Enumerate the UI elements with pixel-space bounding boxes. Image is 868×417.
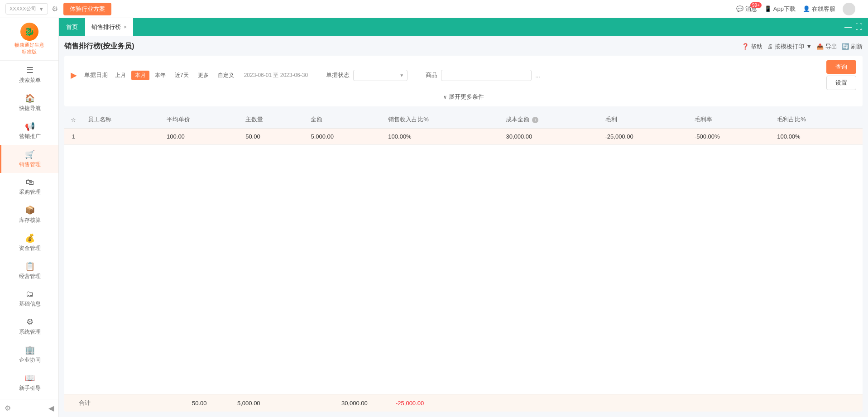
- company-select[interactable]: XXXXX公司 ▼: [5, 3, 48, 14]
- status-select[interactable]: [353, 70, 408, 81]
- date-range: 2023-06-01 至 2023-06-30: [244, 72, 308, 79]
- sidebar-item-label: 库存核算: [19, 216, 41, 224]
- cell-qty: 50.00: [240, 129, 305, 145]
- col-cost: 成本全额 i: [500, 111, 599, 129]
- cell-cost: 30,000.00: [500, 129, 599, 145]
- sidebar-item-label: 销售管理: [19, 161, 41, 168]
- sidebar-item-finance[interactable]: 💰 资金管理: [0, 229, 58, 257]
- sidebar-item-guide[interactable]: 📖 新手引导: [0, 369, 58, 397]
- sidebar-item-label: 基础信息: [19, 300, 41, 308]
- export-btn[interactable]: 📤 导出: [816, 43, 837, 51]
- help-icon: ❓: [742, 43, 749, 50]
- top-right-area: 💬 消息 99+ 📱 App下载 👤 在线客服: [736, 3, 863, 15]
- col-sales-pct: 销售收入占比%: [383, 111, 500, 129]
- cell-sales-pct: 100.00%: [383, 129, 500, 145]
- tab-home[interactable]: 首页: [59, 18, 85, 36]
- tab-label: 销售排行榜: [91, 23, 121, 31]
- expand-more-btn[interactable]: ∨ 展开更多条件: [71, 90, 856, 102]
- logo-icon: 🐉: [20, 23, 38, 41]
- date-label: 单据日期: [84, 71, 108, 79]
- marketing-icon: 📢: [25, 121, 35, 131]
- sidebar-collapse-btn[interactable]: ◀: [48, 404, 54, 412]
- avatar[interactable]: [843, 3, 855, 15]
- message-badge: 99+: [750, 2, 762, 8]
- sidebar-item-sales[interactable]: 🛒 销售管理: [0, 145, 58, 173]
- goods-dots-btn[interactable]: ...: [535, 72, 540, 79]
- message-icon: 💬: [736, 5, 743, 12]
- sidebar-nav: ☰ 搜索菜单 🏠 快捷导航 📢 营销推广 🛒 销售管理 🛍 采购管理 📦: [0, 61, 58, 399]
- sidebar-item-quick-nav[interactable]: 🏠 快捷导航: [0, 89, 58, 117]
- sidebar-item-label: 采购管理: [19, 188, 41, 196]
- status-select-wrap: [353, 70, 408, 81]
- trial-button[interactable]: 体验行业方案: [63, 3, 111, 15]
- date-custom-btn[interactable]: 自定义: [214, 71, 238, 80]
- tab-close-icon[interactable]: ×: [124, 24, 127, 30]
- sidebar-item-marketing[interactable]: 📢 营销推广: [0, 117, 58, 145]
- date-prev-btn[interactable]: 上月: [111, 71, 129, 80]
- cell-profit: -25,000.00: [600, 129, 689, 145]
- action-buttons: 查询 设置: [826, 60, 856, 90]
- sidebar-item-label: 新手引导: [19, 384, 41, 392]
- cost-info-icon[interactable]: i: [532, 117, 538, 123]
- table-wrap: ☆ 员工名称 平均单价 主数量 全额 销售收入占比% 成本全额 i: [64, 111, 863, 412]
- tab-bar-right: — ⛶: [844, 23, 868, 31]
- settings-button[interactable]: 设置: [826, 76, 856, 90]
- sidebar-item-system[interactable]: ⚙ 系统管理: [0, 312, 58, 340]
- export-icon: 📤: [816, 43, 824, 50]
- status-label: 单据状态: [326, 71, 350, 79]
- sidebar-item-inventory[interactable]: 📦 库存核算: [0, 201, 58, 229]
- date-year-btn[interactable]: 本年: [151, 71, 169, 80]
- col-profit: 毛利: [600, 111, 689, 129]
- refresh-btn[interactable]: 🔄 刷新: [842, 43, 863, 51]
- help-btn[interactable]: ❓ 帮助: [742, 43, 762, 51]
- table-scroll: ☆ 员工名称 平均单价 主数量 全额 销售收入占比% 成本全额 i: [64, 111, 863, 394]
- filter-row-1: ▶ 单据日期 上月 本月 本年 近7天 更多 自定义 2023-0: [71, 60, 856, 90]
- query-button[interactable]: 查询: [826, 60, 856, 74]
- print-icon: 🖨: [767, 43, 773, 50]
- tab-bar: 首页 销售排行榜 × — ⛶: [59, 18, 868, 36]
- search-order-icon: ☰: [26, 65, 34, 75]
- cell-amount: 5,000.00: [305, 129, 383, 145]
- date-current-btn[interactable]: 本月: [131, 71, 149, 80]
- tab-maximize-btn[interactable]: ⛶: [855, 23, 863, 31]
- sidebar-item-search-order[interactable]: ☰ 搜索菜单: [0, 61, 58, 89]
- print-btn[interactable]: 🖨 按模板打印 ▼: [767, 43, 812, 51]
- goods-input[interactable]: [441, 70, 532, 81]
- refresh-icon: 🔄: [842, 43, 849, 50]
- sidebar-item-label: 搜索菜单: [19, 77, 41, 84]
- sidebar-item-operation[interactable]: 📋 经营管理: [0, 257, 58, 285]
- col-amount: 全额: [305, 111, 383, 129]
- message-btn[interactable]: 💬 消息 99+: [736, 5, 757, 13]
- sidebar-item-enterprise[interactable]: 🏢 企业协同: [0, 340, 58, 369]
- footer-cost: 30,000.00: [341, 400, 396, 407]
- settings-icon[interactable]: ⚙: [52, 5, 58, 13]
- online-service-btn[interactable]: 👤 在线客服: [803, 5, 835, 13]
- main-layout: 🐉 畅康通好生意标准版 ☰ 搜索菜单 🏠 快捷导航 📢 营销推广 🛒 销售管理 …: [0, 18, 868, 417]
- guide-icon: 📖: [25, 373, 35, 383]
- col-rank: ☆: [64, 111, 82, 129]
- sidebar-item-purchase[interactable]: 🛍 采购管理: [0, 173, 58, 201]
- system-icon: ⚙: [26, 317, 34, 327]
- filter-area: ▶ 单据日期 上月 本月 本年 近7天 更多 自定义 2023-0: [64, 56, 863, 106]
- arrow-right-icon[interactable]: ▶: [71, 70, 77, 80]
- sidebar-item-basic-info[interactable]: 🗂 基础信息: [0, 285, 58, 312]
- footer-row: 合计 50.00 5,000.00 30,000.00 -25,000.00: [70, 399, 857, 407]
- date-more-btn[interactable]: 更多: [194, 71, 212, 80]
- app-download-btn[interactable]: 📱 App下载: [764, 5, 796, 13]
- sidebar-settings-btn[interactable]: ⚙: [5, 404, 11, 412]
- sidebar-item-label: 系统管理: [19, 328, 41, 336]
- date-7days-btn[interactable]: 近7天: [171, 71, 192, 80]
- footer-profit: -25,000.00: [396, 400, 446, 407]
- footer-qty: 50.00: [192, 400, 237, 407]
- col-qty: 主数量: [240, 111, 305, 129]
- tab-minimize-btn[interactable]: —: [844, 23, 852, 31]
- filter-expand-arrow[interactable]: ▶: [71, 70, 77, 80]
- company-arrow: ▼: [39, 6, 44, 12]
- page-actions: ❓ 帮助 🖨 按模板打印 ▼ 📤 导出 🔄 刷新: [742, 43, 863, 51]
- print-label: 按模板打印: [775, 43, 804, 51]
- cell-name: [82, 129, 161, 145]
- col-profit-rate: 毛利率: [689, 111, 772, 129]
- top-bar: XXXXX公司 ▼ ⚙ 体验行业方案 💬 消息 99+ 📱 App下载 👤 在线…: [0, 0, 868, 18]
- col-name: 员工名称: [82, 111, 161, 129]
- tab-sales-rank[interactable]: 销售排行榜 ×: [85, 18, 133, 36]
